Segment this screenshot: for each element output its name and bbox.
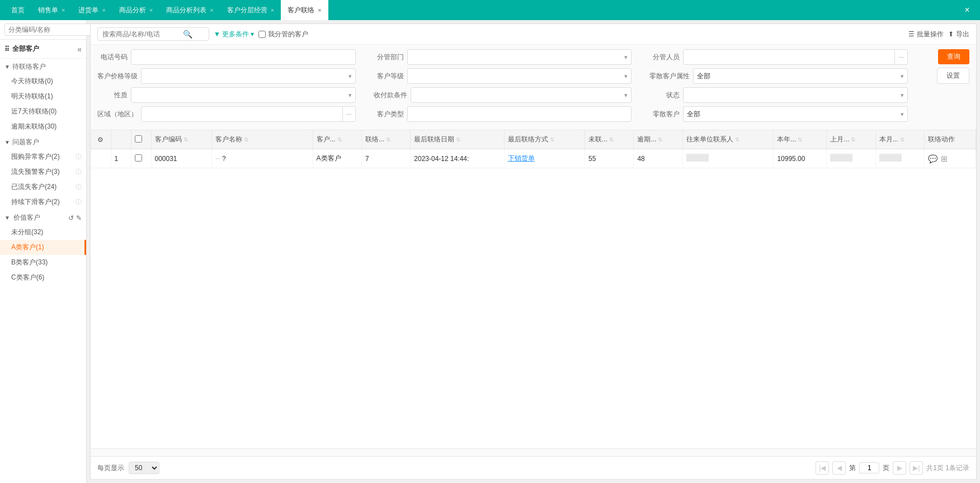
row-checkbox[interactable] <box>135 154 142 162</box>
select-all-checkbox[interactable] <box>135 135 142 143</box>
sidebar-item-ungroup[interactable]: 未分组(32) <box>0 225 86 240</box>
refresh-icon[interactable]: ↺ <box>68 214 74 222</box>
export-button[interactable]: ⬆ 导出 <box>948 30 969 39</box>
nav-tab-2[interactable]: 商品分析 × <box>112 0 159 20</box>
edit-icon[interactable]: ✎ <box>76 214 82 222</box>
nav-tab-close-4[interactable]: × <box>271 7 274 13</box>
payment-select[interactable]: ▾ <box>411 87 632 103</box>
sidebar-item-overdue[interactable]: 逾期未联络(30) <box>0 119 86 134</box>
customer-type-input[interactable] <box>407 106 632 122</box>
sidebar-search-input[interactable] <box>4 23 96 36</box>
query-button[interactable]: 查询 <box>938 49 969 64</box>
nav-tab-0[interactable]: 销售单 × <box>31 0 72 20</box>
filter-search-input[interactable] <box>102 30 181 38</box>
sidebar-section-pending[interactable]: ▼ 待联络客户 <box>0 59 86 74</box>
sidebar-item-abnormal[interactable]: 囤购异常客户(2) ⓘ <box>0 149 86 164</box>
nav-tab-close-0[interactable]: × <box>62 7 65 13</box>
nav-tab-label-0: 销售单 <box>38 6 58 15</box>
price-grade-select[interactable]: ▾ <box>141 68 356 84</box>
next-page-button[interactable]: ▶ <box>893 461 906 475</box>
nav-tab-4[interactable]: 客户分层经营 × <box>220 0 281 20</box>
window-close-button[interactable]: × <box>959 0 976 20</box>
nature-select[interactable]: ▾ <box>131 87 356 103</box>
table-col-settings[interactable]: ⚙ <box>91 130 111 149</box>
table-container[interactable]: ⚙ 客户编码 ⇅ 客户名称 <box>91 130 976 448</box>
message-icon[interactable]: 💬 <box>928 154 937 163</box>
table-col-name[interactable]: 客户名称 ⇅ <box>211 130 313 149</box>
sidebar-item-class-b[interactable]: B类客户(33) <box>0 255 86 270</box>
info-icon: ⓘ <box>76 168 82 176</box>
more-conditions-button[interactable]: ▼ 更多条件 ▾ <box>214 30 254 39</box>
col-overdue-label: 逾期... <box>637 135 656 144</box>
sidebar-all-customers[interactable]: ⠿ 全部客户 « <box>0 40 86 59</box>
sort-icon: ⇅ <box>337 136 342 143</box>
table-col-this-month[interactable]: 本月... ⇅ <box>875 130 924 149</box>
chevron-down-icon: ▾ <box>901 92 904 99</box>
table-col-last-method[interactable]: 最后联络方式 ⇅ <box>504 130 585 149</box>
table-col-overdue[interactable]: 逾期... ⇅ <box>634 130 682 149</box>
name-badge-text: ? <box>222 155 226 163</box>
retail-attr-label: 零散客户属性 <box>649 72 693 81</box>
row-checkbox-cell[interactable] <box>131 149 151 168</box>
col-type-label: 客户... <box>317 135 336 144</box>
my-customers-check[interactable] <box>258 31 266 38</box>
page-number-input[interactable] <box>859 462 879 473</box>
retail-customer-select[interactable]: 全部 ▾ <box>683 106 908 122</box>
batch-ops-button[interactable]: ☰ 批量操作 <box>908 30 944 39</box>
nav-tab-1[interactable]: 进货单 × <box>72 0 112 20</box>
region-input[interactable] <box>141 106 343 122</box>
row-last-method-cell[interactable]: 下销货单 <box>504 149 585 168</box>
retail-attr-select[interactable]: 全部 ▾ <box>693 68 908 84</box>
manager-input[interactable] <box>683 49 895 65</box>
sidebar-item-7days[interactable]: 近7天待联络(0) <box>0 104 86 119</box>
table-col-code[interactable]: 客户编码 ⇅ <box>151 130 211 149</box>
region-dots-button[interactable]: ··· <box>342 106 356 122</box>
sort-icon: ⇅ <box>244 136 248 143</box>
table-col-no-contact[interactable]: 未联... ⇅ <box>585 130 634 149</box>
sidebar-section-problem[interactable]: ▼ 问题客户 <box>0 134 86 149</box>
my-customers-checkbox[interactable]: 我分管的客户 <box>258 30 308 39</box>
nav-home-label: 首页 <box>11 6 25 15</box>
customer-grade-select[interactable]: ▾ <box>407 68 632 84</box>
prev-page-button[interactable]: ◀ <box>832 461 846 475</box>
sidebar-item-tomorrow[interactable]: 明天待联络(1) <box>0 89 86 104</box>
nav-tab-close-2[interactable]: × <box>149 7 153 13</box>
nav-tab-5[interactable]: 客户联络 × <box>281 0 328 20</box>
sidebar-collapse-icon[interactable]: « <box>77 45 82 54</box>
nav-tab-close-3[interactable]: × <box>210 7 213 13</box>
sidebar-item-churned[interactable]: 已流失客户(24) ⓘ <box>0 179 86 195</box>
dept-select[interactable]: ▾ <box>407 49 632 65</box>
table-col-this-year[interactable]: 本年... ⇅ <box>774 130 827 149</box>
nav-tab-3[interactable]: 商品分析列表 × <box>159 0 220 20</box>
export-icon: ⬆ <box>948 30 954 38</box>
sidebar-item-class-a[interactable]: A类客户(1) <box>0 240 86 255</box>
sidebar-item-churn-warning[interactable]: 流失预警客户(3) ⓘ <box>0 164 86 179</box>
manager-label: 分管人员 <box>649 53 683 62</box>
table-col-last-date[interactable]: 最后联络日期 ⇅ <box>411 130 504 149</box>
table-col-last-month[interactable]: 上月... ⇅ <box>827 130 875 149</box>
last-page-button[interactable]: ▶| <box>910 461 923 475</box>
table-col-checkbox[interactable] <box>131 130 151 149</box>
manager-dots-button[interactable]: ··· <box>894 49 908 65</box>
nav-tab-close-1[interactable]: × <box>102 7 105 13</box>
page-size-select[interactable]: 50 100 <box>129 462 159 474</box>
nav-tab-close-5[interactable]: × <box>318 7 321 13</box>
row-last-method[interactable]: 下销货单 <box>508 154 535 162</box>
settings-button[interactable]: 设置 <box>937 68 969 84</box>
sidebar-item-class-c[interactable]: C类客户(6) <box>0 270 86 285</box>
phone-input[interactable] <box>131 49 356 65</box>
first-page-button[interactable]: |◀ <box>816 461 829 475</box>
horizontal-scrollbar[interactable] <box>91 448 976 456</box>
table-col-prev-contact[interactable]: 往来单位联系人 ⇅ <box>682 130 774 149</box>
status-select[interactable]: ▾ <box>683 87 908 103</box>
table-col-type[interactable]: 客户... ⇅ <box>313 130 361 149</box>
info-icon: ⓘ <box>76 183 82 191</box>
payment-label: 收付款条件 <box>374 91 411 100</box>
nav-home[interactable]: 首页 <box>4 0 31 20</box>
filter-search-icon[interactable]: 🔍 <box>183 30 192 39</box>
qr-icon[interactable]: ⊞ <box>941 154 948 163</box>
sidebar-item-today[interactable]: 今天待联络(0) <box>0 74 86 89</box>
table-col-contact[interactable]: 联络... ⇅ <box>361 130 410 149</box>
sidebar-item-declining[interactable]: 持续下滑客户(2) ⓘ <box>0 195 86 210</box>
advanced-filters: 电话号码 分管部门 ▾ 分管人员 <box>91 45 976 130</box>
